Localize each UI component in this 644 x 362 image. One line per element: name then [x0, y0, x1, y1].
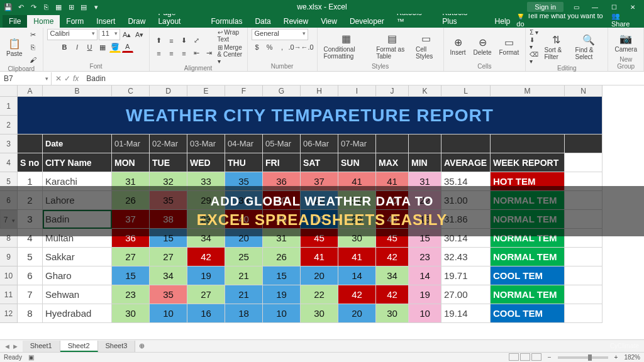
- cell[interactable]: 16: [187, 304, 225, 323]
- tab-home[interactable]: Home: [27, 15, 60, 28]
- cell[interactable]: 42: [338, 285, 376, 304]
- cell[interactable]: COOL TEM: [491, 266, 565, 285]
- fx-icon[interactable]: fx: [73, 74, 79, 83]
- cell[interactable]: 19.14: [441, 304, 491, 323]
- cell[interactable]: 27: [187, 285, 225, 304]
- cell[interactable]: FRI: [263, 153, 301, 172]
- row-header[interactable]: 2: [0, 116, 18, 134]
- sheet-prev-icon[interactable]: ◄: [4, 343, 11, 350]
- qat-icon[interactable]: ⊞: [67, 3, 75, 11]
- italic-button[interactable]: I: [72, 41, 83, 53]
- signin-button[interactable]: Sign in: [527, 2, 564, 12]
- col-header-I[interactable]: I: [338, 85, 376, 97]
- increase-font-icon[interactable]: A▴: [121, 29, 133, 40]
- undo-icon[interactable]: ↶: [16, 3, 25, 11]
- align-middle-icon[interactable]: ≡: [166, 35, 177, 47]
- cell[interactable]: [565, 285, 602, 304]
- delete-cells-button[interactable]: ⊖Delete: [471, 35, 494, 57]
- minimize-icon[interactable]: —: [586, 1, 604, 13]
- cell[interactable]: 10: [409, 304, 441, 323]
- bold-button[interactable]: B: [59, 41, 70, 53]
- inc-decimal-icon[interactable]: .0→: [289, 41, 301, 53]
- col-header-F[interactable]: F: [225, 85, 263, 97]
- paste-button[interactable]: 📋 Paste: [4, 36, 25, 58]
- cell[interactable]: 5: [18, 248, 43, 266]
- indent-inc-icon[interactable]: ⇥: [204, 48, 215, 59]
- cell[interactable]: Sakkar: [43, 248, 112, 266]
- cell[interactable]: 06-Mar: [301, 134, 338, 153]
- view-buttons[interactable]: [508, 353, 541, 362]
- sort-filter-button[interactable]: ⇅Sort & Filter: [542, 32, 570, 62]
- enter-formula-icon[interactable]: ✓: [64, 74, 70, 83]
- tab-view[interactable]: View: [314, 15, 343, 28]
- col-header-L[interactable]: L: [441, 85, 491, 97]
- cell[interactable]: 23: [112, 285, 150, 304]
- cell[interactable]: 19: [409, 285, 441, 304]
- orientation-icon[interactable]: ⤢: [191, 35, 203, 47]
- cell[interactable]: 21: [225, 285, 263, 304]
- cell[interactable]: SAT: [301, 153, 338, 172]
- row-header[interactable]: 1: [0, 97, 18, 116]
- format-painter-icon[interactable]: 🖌: [28, 54, 39, 65]
- zoom-slider[interactable]: [558, 356, 608, 359]
- col-header-J[interactable]: J: [376, 85, 409, 97]
- cell[interactable]: 23: [409, 248, 441, 266]
- clear-button[interactable]: ⌫ ▾: [530, 51, 539, 65]
- cell[interactable]: 20: [338, 304, 376, 323]
- cell[interactable]: 41: [301, 248, 338, 266]
- cell[interactable]: 42: [376, 248, 409, 266]
- tab-insert[interactable]: Insert: [90, 15, 121, 28]
- col-header-E[interactable]: E: [187, 85, 225, 97]
- cell[interactable]: Gharo: [43, 266, 112, 285]
- cell[interactable]: AVERAGE: [441, 153, 491, 172]
- font-size-select[interactable]: 11: [99, 29, 120, 40]
- tell-me-input[interactable]: 💡 Tell me what you want to do: [516, 12, 608, 28]
- cell[interactable]: 42: [187, 248, 225, 266]
- status-rec-icon[interactable]: ▣: [28, 354, 34, 361]
- percent-icon[interactable]: %: [264, 41, 275, 53]
- cell[interactable]: Hyedrabad: [43, 304, 112, 323]
- cancel-formula-icon[interactable]: ✕: [55, 74, 62, 83]
- number-format-select[interactable]: General: [252, 29, 308, 40]
- cell[interactable]: [565, 134, 602, 153]
- cell[interactable]: 21: [225, 266, 263, 285]
- tab-developer[interactable]: Developer: [343, 15, 391, 28]
- redo-icon[interactable]: ↷: [29, 3, 38, 11]
- cell[interactable]: 30: [376, 304, 409, 323]
- cell[interactable]: 8: [18, 304, 43, 323]
- cell[interactable]: 27: [150, 248, 187, 266]
- dec-decimal-icon[interactable]: ←.0: [302, 41, 313, 53]
- row-header[interactable]: 4: [0, 153, 18, 172]
- zoom-in-button[interactable]: +: [614, 354, 618, 361]
- cell[interactable]: MON: [112, 153, 150, 172]
- cell[interactable]: 30: [112, 304, 150, 323]
- cell[interactable]: [565, 266, 602, 285]
- close-icon[interactable]: ✕: [624, 1, 641, 13]
- autosum-button[interactable]: Σ ▾: [530, 29, 539, 36]
- align-top-icon[interactable]: ⬆: [153, 35, 165, 47]
- border-icon[interactable]: ▦: [97, 41, 108, 53]
- sheet-tab-sheet3[interactable]: Sheet3: [98, 341, 136, 352]
- qat-icon[interactable]: ▦: [54, 3, 63, 11]
- cell[interactable]: 22: [301, 285, 338, 304]
- wrap-text-button[interactable]: ↩ Wrap Text: [218, 29, 243, 43]
- cell[interactable]: COOL TEM: [491, 304, 565, 323]
- save-icon[interactable]: 💾: [4, 3, 13, 11]
- tab-draw[interactable]: Draw: [121, 15, 152, 28]
- cell[interactable]: [491, 134, 565, 153]
- cell[interactable]: 27.00: [441, 285, 491, 304]
- cell[interactable]: 30: [301, 304, 338, 323]
- formula-input[interactable]: Badin: [82, 74, 644, 83]
- align-bottom-icon[interactable]: ⬇: [179, 35, 190, 47]
- col-header-M[interactable]: M: [491, 85, 565, 97]
- sheet-tab-sheet1[interactable]: Sheet1: [23, 341, 60, 352]
- cell[interactable]: [376, 134, 409, 153]
- cell[interactable]: NORMAL TEM: [491, 248, 565, 266]
- add-sheet-button[interactable]: ⊕: [135, 342, 148, 350]
- cell[interactable]: [441, 134, 491, 153]
- cell[interactable]: 14: [338, 266, 376, 285]
- tab-review[interactable]: Review: [277, 15, 314, 28]
- maximize-icon[interactable]: ☐: [605, 1, 623, 13]
- cell[interactable]: 35: [150, 285, 187, 304]
- cell[interactable]: WED: [187, 153, 225, 172]
